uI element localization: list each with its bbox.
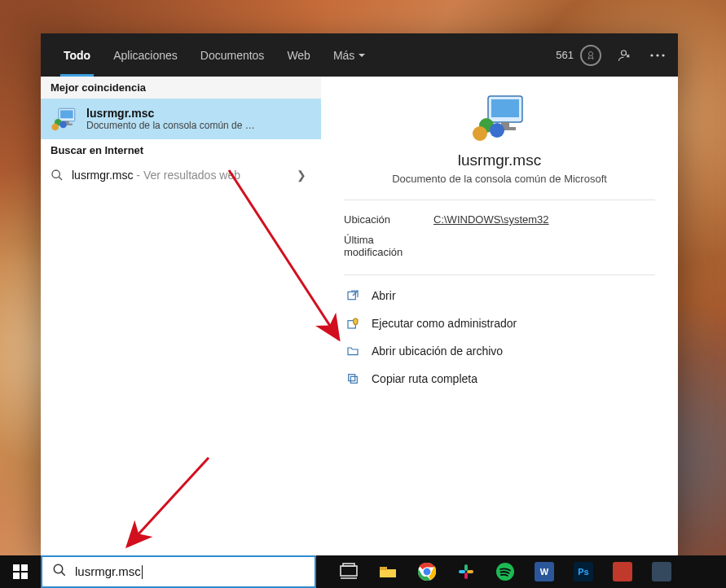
search-results-column: Mejor coincidencia lusrmgr.msc D (41, 77, 321, 555)
rewards-points-value: 561 (556, 49, 574, 61)
chevron-down-icon (359, 54, 365, 60)
copy-icon (345, 371, 360, 386)
svg-rect-20 (348, 292, 355, 299)
mmc-file-icon-large (470, 93, 529, 142)
svg-rect-32 (343, 564, 354, 566)
preview-actions: Abrir Ejecutar como administrador Abrir … (344, 275, 655, 399)
svg-rect-38 (467, 570, 473, 573)
search-icon (51, 169, 64, 182)
svg-point-10 (59, 121, 67, 129)
header-right-cluster: 561 (556, 45, 667, 66)
chevron-right-icon: ❯ (297, 169, 311, 182)
tab-more[interactable]: Más (322, 33, 376, 77)
taskbar-search-box[interactable]: lusrmgr.msc (41, 555, 316, 588)
result-text: lusrmgr.msc Documento de la consola comú… (86, 107, 311, 131)
web-search-result[interactable]: lusrmgr.msc - Ver resultados web ❯ (41, 161, 321, 189)
mmc-file-icon (51, 105, 78, 133)
svg-point-11 (51, 124, 58, 131)
meta-label-location: Ubicación (344, 213, 433, 226)
folder-icon (345, 344, 360, 358)
svg-rect-28 (13, 573, 20, 579)
tab-all[interactable]: Todo (52, 33, 102, 77)
svg-rect-14 (491, 99, 519, 117)
taskbar-app-chrome[interactable] (407, 555, 447, 588)
web-result-query: lusrmgr.msc (72, 169, 133, 182)
tab-documents[interactable]: Documentos (189, 33, 276, 77)
meta-value-location[interactable]: C:\WINDOWS\system32 (433, 213, 549, 226)
svg-point-12 (52, 170, 59, 178)
preview-metadata: Ubicación C:\WINDOWS\system32 Última mod… (344, 200, 655, 274)
meta-label-modified: Última modificación (344, 234, 419, 258)
action-run-as-admin[interactable]: Ejecutar como administrador (344, 309, 655, 337)
action-open-file-location[interactable]: Abrir ubicación de archivo (344, 337, 655, 365)
result-preview-pane: lusrmgr.msc Documento de la consola comú… (321, 77, 678, 555)
taskbar-app-spotify[interactable] (486, 555, 525, 588)
tab-label: Todo (64, 49, 90, 62)
taskbar-app-word[interactable]: W (525, 555, 564, 588)
taskbar-app-slack[interactable] (447, 555, 486, 588)
tab-label: Web (287, 49, 310, 62)
best-match-result[interactable]: lusrmgr.msc Documento de la consola comú… (41, 99, 321, 139)
start-button[interactable] (0, 555, 41, 588)
web-result-hint: - Ver resultados web (133, 169, 240, 182)
meta-row-modified: Última modificación (344, 234, 655, 258)
taskbar-app-generic-2[interactable] (642, 555, 681, 588)
rewards-points[interactable]: 561 (556, 45, 601, 66)
search-scope-tabs: Todo Aplicaciones Documentos Web Más (52, 33, 376, 77)
feedback-icon[interactable] (616, 46, 634, 64)
tab-label: Documentos (200, 49, 265, 62)
svg-rect-23 (349, 375, 355, 381)
svg-point-0 (589, 51, 593, 55)
action-copy-full-path[interactable]: Copiar ruta completa (344, 365, 655, 393)
result-title: lusrmgr.msc (86, 107, 311, 120)
action-label: Copiar ruta completa (372, 372, 477, 385)
svg-point-19 (473, 126, 487, 141)
meta-row-location: Ubicación C:\WINDOWS\system32 (344, 213, 655, 226)
tab-web[interactable]: Web (275, 33, 322, 77)
svg-rect-39 (464, 564, 468, 571)
task-view-button[interactable] (329, 555, 368, 588)
open-icon (345, 288, 360, 303)
options-icon[interactable] (649, 46, 667, 64)
svg-rect-22 (350, 376, 357, 383)
windows-logo-icon (13, 564, 28, 579)
tab-label: Más (333, 49, 354, 62)
svg-point-30 (54, 564, 63, 573)
svg-point-4 (662, 54, 664, 56)
best-match-header: Mejor coincidencia (41, 77, 321, 99)
search-panel-header: Todo Aplicaciones Documentos Web Más 561 (41, 33, 678, 77)
preview-title: lusrmgr.msc (458, 151, 541, 169)
taskbar-app-file-explorer[interactable] (368, 555, 407, 588)
taskbar: lusrmgr.msc W Ps (0, 555, 726, 588)
svg-point-3 (656, 54, 658, 56)
text-caret (142, 565, 143, 579)
tab-label: Aplicaciones (113, 49, 178, 62)
svg-rect-27 (21, 564, 28, 571)
preview-header: lusrmgr.msc Documento de la consola comú… (344, 93, 655, 200)
svg-rect-26 (13, 564, 20, 571)
svg-rect-33 (380, 567, 387, 570)
svg-rect-40 (464, 573, 468, 579)
taskbar-pinned-apps: W Ps (329, 555, 681, 588)
tab-apps[interactable]: Aplicaciones (102, 33, 189, 77)
web-search-header: Buscar en Internet (41, 139, 321, 161)
action-label: Abrir (372, 289, 396, 302)
search-icon (52, 563, 67, 581)
svg-point-2 (650, 54, 653, 56)
rewards-medal-icon (580, 45, 601, 66)
taskbar-app-generic-1[interactable] (603, 555, 642, 588)
action-open[interactable]: Abrir (344, 282, 655, 309)
admin-shield-icon (345, 316, 360, 331)
taskbar-app-photoshop[interactable]: Ps (564, 555, 603, 588)
svg-rect-29 (21, 573, 28, 579)
action-label: Ejecutar como administrador (372, 317, 517, 330)
search-input-value: lusrmgr.msc (75, 564, 141, 578)
svg-rect-6 (60, 110, 73, 118)
svg-point-18 (490, 123, 504, 138)
svg-rect-31 (341, 566, 357, 576)
preview-subtitle: Documento de la consola común de Microso… (392, 173, 607, 185)
search-panel-body: Mejor coincidencia lusrmgr.msc D (41, 77, 678, 555)
svg-point-1 (622, 50, 627, 55)
result-subtitle: Documento de la consola común de … (86, 120, 311, 131)
start-search-panel: Todo Aplicaciones Documentos Web Más 561… (41, 33, 678, 555)
